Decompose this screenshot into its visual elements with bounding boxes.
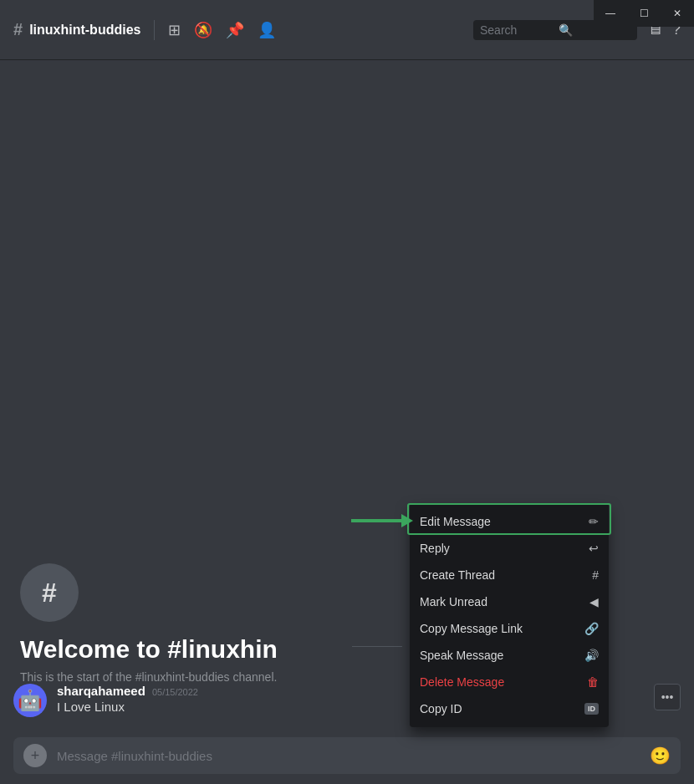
channel-hash-icon: # (13, 20, 23, 39)
channel-name-text: linuxhint-buddies (29, 23, 140, 38)
edit-icon: ✏ (589, 515, 599, 528)
context-menu-item-speak[interactable]: Speak Message 🔊 (410, 642, 609, 669)
arrow-shaft (351, 519, 401, 522)
header-icons: ⊞ 🔕 📌 👤 (168, 21, 276, 39)
arrow-line (351, 514, 413, 527)
add-attachment-button[interactable]: + (23, 744, 47, 767)
search-placeholder-text: Search (480, 23, 552, 37)
link-icon: 🔗 (584, 622, 599, 635)
minimize-button[interactable]: — (594, 0, 627, 27)
thread-icon: # (592, 568, 599, 582)
main-content: # Welcome to #linuxhin This is the start… (0, 60, 694, 784)
reply-icon: ↩ (589, 542, 599, 555)
arrow-indicator (351, 514, 413, 527)
header-divider (154, 20, 155, 40)
copy-link-label: Copy Message Link (420, 622, 523, 635)
message-input[interactable]: Message #linuxhint-buddies (57, 749, 640, 763)
close-button[interactable]: ✕ (661, 0, 694, 27)
context-menu-item-thread[interactable]: Create Thread # (410, 562, 609, 588)
threads-icon[interactable]: ⊞ (168, 21, 181, 39)
title-bar: — ☐ ✕ (594, 0, 694, 27)
welcome-icon: # (20, 563, 79, 622)
unread-icon: ◀ (589, 595, 599, 608)
members-icon[interactable]: 👤 (258, 21, 276, 39)
context-menu-item-reply[interactable]: Reply ↩ (410, 535, 609, 562)
context-menu: Edit Message ✏ Reply ↩ Create Thread # M… (410, 503, 609, 727)
emoji-button[interactable]: 🙂 (650, 746, 671, 766)
username: sharqahameed (57, 684, 145, 698)
speak-label: Speak Message (420, 649, 503, 662)
pin-icon[interactable]: 📌 (226, 21, 244, 39)
speak-icon: 🔊 (584, 649, 599, 662)
channel-name-display: # linuxhint-buddies (13, 20, 140, 39)
message-actions: ••• (654, 684, 681, 710)
reply-label: Reply (420, 542, 450, 555)
mark-unread-label: Mark Unread (420, 595, 487, 608)
delete-icon: 🗑 (587, 675, 599, 689)
avatar: 🤖 (13, 684, 47, 717)
edit-message-label: Edit Message (420, 515, 491, 528)
message-input-area: + Message #linuxhint-buddies 🙂 (0, 727, 694, 784)
channel-header: # linuxhint-buddies ⊞ 🔕 📌 👤 Search 🔍 🖥 ? (0, 0, 694, 60)
delete-label: Delete Message (420, 675, 504, 689)
context-menu-item-copy-id[interactable]: Copy ID ID (410, 695, 609, 722)
context-menu-item-copy-link[interactable]: Copy Message Link 🔗 (410, 615, 609, 642)
date-line-left (352, 646, 402, 647)
mute-icon[interactable]: 🔕 (194, 21, 212, 39)
copy-id-label: Copy ID (420, 702, 462, 715)
timestamp: 05/15/2022 (152, 687, 198, 697)
maximize-button[interactable]: ☐ (627, 0, 661, 27)
context-menu-item-edit[interactable]: Edit Message ✏ (410, 508, 609, 535)
create-thread-label: Create Thread (420, 568, 495, 582)
id-icon: ID (584, 703, 599, 715)
message-input-box: + Message #linuxhint-buddies 🙂 (13, 737, 681, 774)
context-menu-item-unread[interactable]: Mark Unread ◀ (410, 588, 609, 615)
context-menu-item-delete[interactable]: Delete Message 🗑 (410, 669, 609, 695)
more-actions-button[interactable]: ••• (654, 684, 681, 710)
